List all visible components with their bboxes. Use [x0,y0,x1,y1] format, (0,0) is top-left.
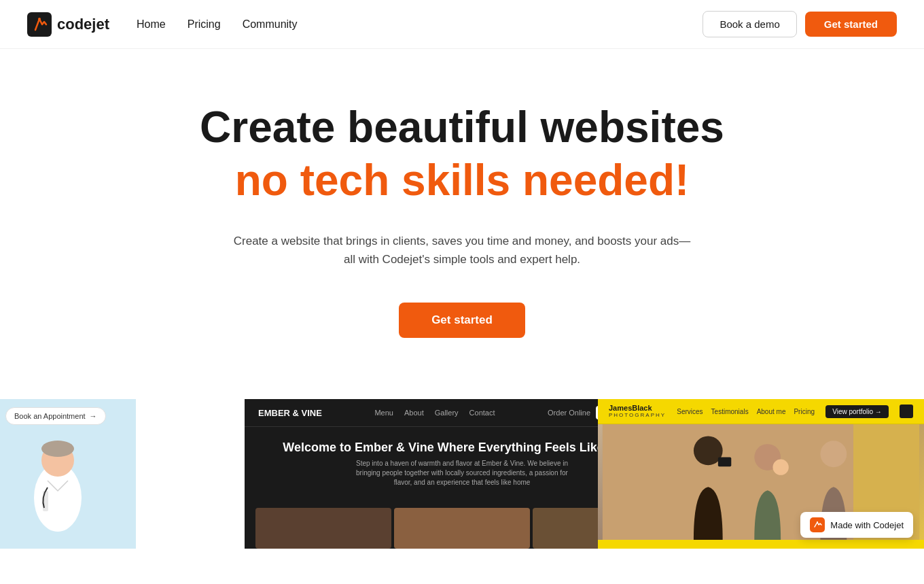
get-started-nav-button[interactable]: Get started [805,12,897,37]
view-portfolio-button[interactable]: View portfolio → [825,405,889,418]
made-with-label: Made with Codejet [830,520,904,530]
book-appointment-arrow: → [90,412,97,420]
nav-links: Home Pricing Community [137,18,298,31]
ember-vine-body: Step into a haven of warmth and flavor a… [353,459,571,487]
hero-subtitle: Create a website that brings in clients,… [231,232,693,269]
james-black-logo: JamesBlack PHOTOGRAPHY [609,405,666,418]
right-nav-about: About me [757,408,786,415]
right-nav-pricing: Pricing [794,408,815,415]
center-img-2 [394,508,530,549]
right-card-nav: JamesBlack PHOTOGRAPHY Services Testimon… [598,399,924,424]
nav-link-pricing[interactable]: Pricing [188,18,221,30]
right-nav-links: Services Testimonials About me Pricing [677,408,815,415]
right-nav-icon [900,405,913,418]
right-nav-testimonials: Testimonials [711,408,749,415]
preview-card-left: Book an Appointment → [0,399,136,549]
nav-item-home[interactable]: Home [137,18,166,31]
center-nav-menu: Menu [374,409,393,417]
svg-point-11 [820,441,847,467]
nav-item-pricing[interactable]: Pricing [188,18,221,31]
codejet-badge-icon [810,517,825,532]
navbar-right: Book a demo Get started [703,11,897,37]
navbar-left: codejet Home Pricing Community [27,12,298,37]
made-with-codejet-badge: Made with Codejet [800,512,913,538]
book-demo-button[interactable]: Book a demo [703,11,796,37]
doctor-figure [10,430,105,549]
hero-title-line1: Create beautiful websites [200,103,724,151]
ember-vine-logo: EMBER & VINE [258,408,322,418]
center-img-1 [255,508,391,549]
nav-item-community[interactable]: Community [243,18,298,31]
book-appointment-text: Book an Appointment [14,412,86,420]
preview-card-right: JamesBlack PHOTOGRAPHY Services Testimon… [598,399,924,549]
center-nav-contact: Contact [469,409,495,417]
preview-section: Book an Appointment → EMBER & VINE Men [0,392,924,549]
svg-point-4 [41,441,74,457]
order-online-label: Order Online [548,409,590,417]
navbar: codejet Home Pricing Community Book a de… [0,0,924,49]
nav-link-community[interactable]: Community [243,18,298,30]
svg-rect-8 [718,458,731,467]
book-appointment-bar: Book an Appointment → [5,407,106,425]
logo-icon [27,12,52,37]
center-nav-about: About [404,409,424,417]
svg-point-10 [772,460,788,475]
svg-point-13 [817,521,818,523]
hero-title-line2: no tech skills needed! [235,156,690,204]
right-nav-services: Services [677,408,703,415]
svg-rect-0 [27,12,52,37]
svg-point-1 [38,18,41,20]
center-nav-links: Menu About Gallery Contact [374,409,495,417]
center-nav-gallery: Gallery [435,409,459,417]
nav-link-home[interactable]: Home [137,18,166,30]
logo-text: codejet [57,16,109,33]
get-started-hero-button[interactable]: Get started [399,303,525,338]
logo[interactable]: codejet [27,12,109,37]
hero-section: Create beautiful websites no tech skills… [0,49,924,379]
